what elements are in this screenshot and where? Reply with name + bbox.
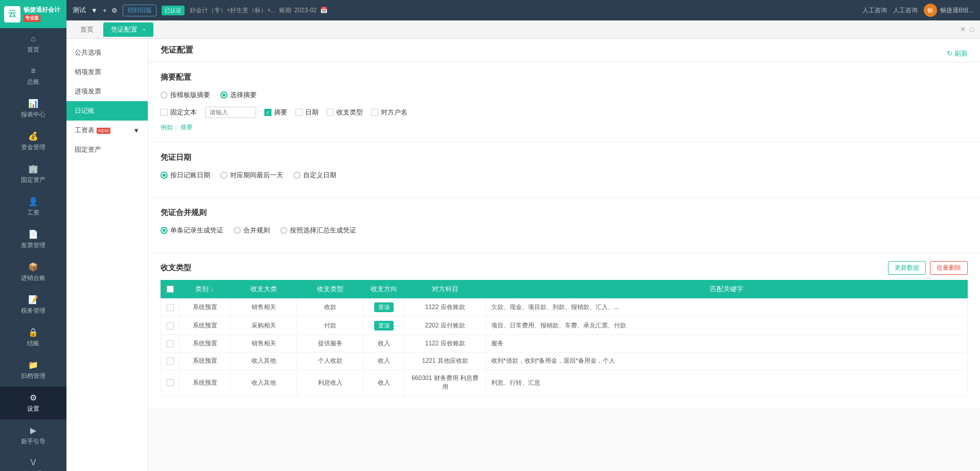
radio-template[interactable]: 按模板版摘要 [161, 90, 210, 100]
direction-tag-0[interactable]: 置顶 [374, 302, 394, 312]
row-account-2: 1122 应收账款 [404, 335, 486, 352]
topbar-user: 畅 畅捷通B组... [924, 4, 974, 17]
date-checkbox-label[interactable]: 日期 [295, 108, 318, 117]
select-all-checkbox[interactable] [167, 286, 174, 293]
sidebar-item-home[interactable]: ⌂ 首页 [0, 28, 66, 60]
row-check-3[interactable] [161, 352, 179, 370]
fixed-text-label[interactable]: 固定文本 [161, 108, 197, 117]
payment-type-checkbox[interactable] [327, 109, 334, 116]
sidebar-item-invoice[interactable]: 📄 发票管理 [0, 223, 66, 256]
fixed-text-checkbox[interactable] [161, 109, 168, 116]
direction-tag-1[interactable]: 置顶 [374, 321, 394, 331]
logo-icon: 云 [4, 6, 20, 22]
topbar-tags: 好会计（专）+好生意（标）+... 账期 2023-02 📅 [190, 6, 327, 15]
row-check-1[interactable] [161, 317, 179, 335]
row-big-type-4: 收入其他 [231, 370, 297, 396]
sidebar-item-close[interactable]: 🔒 结账 [0, 321, 66, 354]
sidebar-item-assets[interactable]: 🏢 固定资产 [0, 158, 66, 191]
left-panel-item-payroll-table[interactable]: 工资表NEW ▼ [66, 121, 148, 140]
th-check[interactable] [161, 280, 179, 298]
sidebar-item-member[interactable]: V 畅会员 [0, 452, 66, 471]
sidebar-item-funds[interactable]: 💰 资金管理 [0, 125, 66, 158]
sidebar-item-payroll[interactable]: 👤 工资 [0, 191, 66, 223]
tab-home[interactable]: 首页 [73, 22, 101, 37]
radio-single[interactable]: 单条记录生成凭证 [161, 226, 223, 235]
counterpart-checkbox[interactable] [371, 109, 378, 116]
merge-rules-title: 凭证合并规则 [161, 208, 968, 218]
update-data-btn[interactable]: 更新数据 [888, 261, 926, 275]
batch-delete-btn[interactable]: 批量删除 [930, 261, 968, 275]
tab-close-icon[interactable]: × [143, 27, 146, 33]
tab-voucher-config[interactable]: 凭证配置 × [103, 22, 153, 37]
row-check-4[interactable] [161, 370, 179, 396]
left-panel-item-public[interactable]: 公共选项 [66, 43, 148, 62]
left-panel-item-fixed-assets[interactable]: 固定资产 [66, 140, 148, 159]
row-detail-type-1: 付款 [297, 317, 363, 335]
radio-select[interactable]: 选择摘要 [220, 90, 257, 100]
radio-template-btn[interactable] [161, 91, 168, 99]
sidebar-item-purchase[interactable]: 📦 进销台账 [0, 256, 66, 289]
payment-type-checkbox-label[interactable]: 收支类型 [327, 108, 363, 117]
sidebar-item-archive[interactable]: 📁 归档管理 [0, 354, 66, 387]
window-maximize-icon[interactable]: □ [970, 26, 974, 33]
radio-journal-date[interactable]: 按日记账日期 [161, 171, 210, 180]
invoice-icon: 📄 [28, 229, 38, 239]
voucher-date-title: 凭证日期 [161, 153, 968, 162]
refresh-btn[interactable]: ↻ 刷新 [947, 49, 968, 58]
archive-icon: 📁 [28, 360, 38, 370]
row-keywords-0: 欠款、现金、项目款、到款、报销款、汇入、... [486, 298, 968, 317]
window-close-icon[interactable]: ✕ [960, 26, 966, 33]
sidebar-item-reports[interactable]: 📊 报表中心 [0, 92, 66, 125]
radio-journal-date-btn[interactable] [161, 172, 168, 179]
topbar-title: 测试 [73, 6, 86, 15]
topbar-plus-icon[interactable]: + [103, 7, 107, 14]
left-panel-item-journal[interactable]: 日记账 [66, 101, 148, 121]
radio-period-last-btn[interactable] [220, 172, 227, 179]
row-account-3: 1221 其他应收款 [404, 352, 486, 370]
counterpart-checkbox-label[interactable]: 对方户名 [371, 108, 407, 117]
date-checkbox[interactable] [295, 109, 303, 116]
row-big-type-3: 收入其他 [231, 352, 297, 370]
sidebar-item-ledger[interactable]: ≡ 总账 [0, 60, 66, 92]
radio-select-btn[interactable] [220, 91, 227, 99]
consult-btn[interactable]: 人工咨询 [862, 6, 887, 15]
table-row: 系统预置 收入其他 个人收款 收入 1221 其他应收款 收到*借款，收到*备用… [161, 352, 968, 370]
merge-rules-section: 凭证合并规则 单条记录生成凭证 合并规则 按照选择汇总生成凭证 [148, 198, 980, 253]
row-detail-type-3: 个人收款 [297, 352, 363, 370]
sidebar-item-tax[interactable]: 📝 税务管理 [0, 289, 66, 321]
switch-old-btn[interactable]: 切到旧版 [123, 5, 156, 16]
fixed-text-input[interactable] [205, 107, 256, 118]
summary-checkbox[interactable]: ✓ [264, 109, 271, 116]
radio-merge[interactable]: 合并规则 [234, 226, 270, 235]
radio-period-last[interactable]: 对应期间最后一天 [220, 171, 283, 180]
summary-checkbox-label[interactable]: ✓ 摘要 [264, 108, 287, 117]
topbar-arrow-icon[interactable]: ▼ [91, 7, 98, 14]
row-check-0[interactable] [161, 298, 179, 317]
right-content: 凭证配置 ↻ 刷新 摘要配置 按模板版摘要 选择摘要 [148, 39, 980, 471]
payroll-icon: 👤 [28, 197, 38, 206]
row-direction-0: 置顶 [363, 298, 404, 317]
sidebar-item-settings[interactable]: ⚙ 设置 [0, 387, 66, 419]
income-expense-table: 类别 ↓ 收支大类 收支类型 收支方向 对方科目 匹配关键字 系统预置 销售相关… [161, 280, 968, 396]
close-account-icon: 🔒 [28, 327, 38, 337]
summary-section-title: 摘要配置 [161, 73, 968, 82]
calendar-icon[interactable]: 📅 [320, 7, 328, 14]
certified-badge: 已认证 [162, 6, 185, 15]
topbar-gear-icon[interactable]: ⚙ [111, 7, 118, 14]
left-panel-item-sales-invoice[interactable]: 销项发票 [66, 62, 148, 82]
radio-custom-date-btn[interactable] [293, 172, 301, 179]
radio-single-btn[interactable] [161, 227, 168, 234]
radio-merge-btn[interactable] [234, 227, 241, 234]
left-panel-item-purchase-invoice[interactable]: 进项发票 [66, 82, 148, 101]
page-title: 凭证配置 [161, 45, 193, 62]
th-category: 类别 ↓ [179, 280, 231, 298]
table-row: 系统预置 采购相关 付款 置顶 2202 应付账款 项目、日常费用、报销款、车费… [161, 317, 968, 335]
row-check-2[interactable] [161, 335, 179, 352]
row-direction-4: 收入 [363, 370, 404, 396]
example-text: 例如： 摘要 [161, 123, 968, 132]
radio-summary-gen[interactable]: 按照选择汇总生成凭证 [280, 226, 356, 235]
avatar: 畅 [924, 4, 937, 17]
radio-summary-gen-btn[interactable] [280, 227, 287, 234]
sidebar-item-guide[interactable]: ▶ 新手引导 [0, 419, 66, 452]
radio-custom-date[interactable]: 自定义日期 [293, 171, 336, 180]
